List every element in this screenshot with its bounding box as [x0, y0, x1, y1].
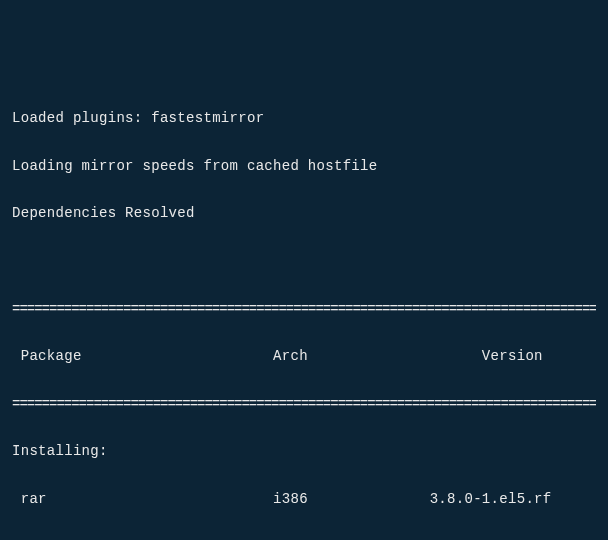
divider-line: ========================================… [12, 298, 596, 322]
loading-mirrors-line: Loading mirror speeds from cached hostfi… [12, 155, 596, 179]
divider-line: ========================================… [12, 393, 596, 417]
blank-line [12, 250, 596, 274]
installing-label: Installing: [12, 440, 596, 464]
dependencies-resolved-line: Dependencies Resolved [12, 202, 596, 226]
blank-line [12, 536, 596, 540]
loaded-plugins-line: Loaded plugins: fastestmirror [12, 107, 596, 131]
package-row: rar i386 3.8.0-1.el5.rf rpmf [12, 488, 596, 512]
table-header: Package Arch Version [12, 345, 596, 369]
